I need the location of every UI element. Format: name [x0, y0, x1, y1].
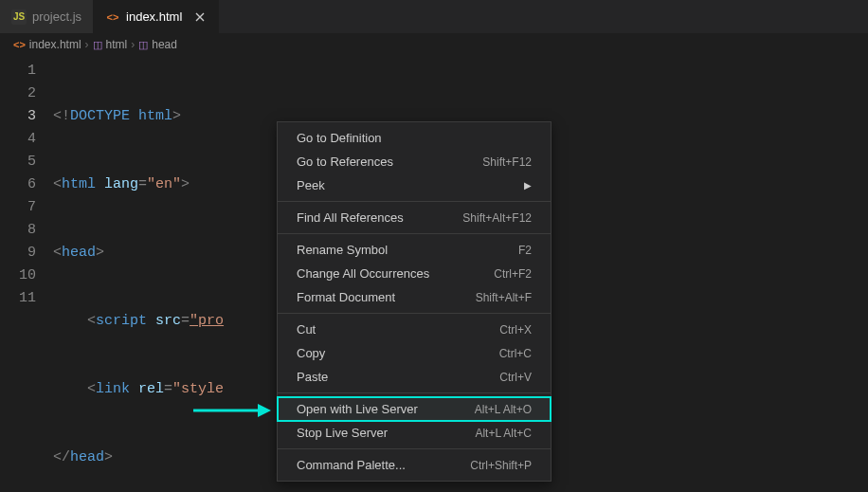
context-menu: Go to Definition Go to ReferencesShift+F… — [277, 121, 552, 482]
close-icon[interactable] — [193, 10, 207, 24]
menu-copy[interactable]: CopyCtrl+C — [278, 341, 551, 365]
breadcrumb[interactable]: <> index.html › ◫ html › ◫ head — [0, 33, 868, 56]
menu-separator — [278, 233, 551, 234]
js-file-icon: JS — [11, 9, 27, 25]
html-file-icon: <> — [105, 9, 120, 25]
chevron-right-icon: ▶ — [524, 180, 532, 191]
line-gutter: 1 2 3 4 5 6 7 8 9 10 11 — [0, 60, 53, 492]
menu-go-to-definition[interactable]: Go to Definition — [278, 126, 551, 150]
tab-bar: JS project.js <> index.html — [0, 0, 868, 33]
menu-go-to-references[interactable]: Go to ReferencesShift+F12 — [278, 150, 551, 173]
menu-stop-live-server[interactable]: Stop Live ServerAlt+L Alt+C — [278, 421, 551, 445]
chevron-right-icon: › — [85, 38, 89, 51]
tab-label: index.html — [126, 9, 182, 24]
menu-peek[interactable]: Peek▶ — [278, 173, 551, 197]
tab-project-js[interactable]: JS project.js — [0, 0, 94, 33]
menu-open-with-live-server[interactable]: Open with Live ServerAlt+L Alt+O — [278, 397, 551, 421]
menu-separator — [278, 392, 551, 393]
crumb-head[interactable]: ◫ head — [138, 38, 177, 51]
crumb-html[interactable]: ◫ html — [93, 38, 128, 51]
symbol-icon: ◫ — [93, 39, 102, 51]
menu-separator — [278, 313, 551, 314]
symbol-icon: ◫ — [138, 39, 148, 51]
menu-change-all-occurrences[interactable]: Change All OccurrencesCtrl+F2 — [278, 262, 551, 285]
menu-format-document[interactable]: Format DocumentShift+Alt+F — [278, 285, 551, 309]
chevron-right-icon: › — [131, 38, 135, 51]
menu-separator — [278, 448, 551, 449]
html-file-icon: <> — [13, 39, 26, 50]
menu-separator — [278, 201, 551, 202]
tab-label: project.js — [32, 9, 81, 24]
menu-cut[interactable]: CutCtrl+X — [278, 318, 551, 341]
menu-paste[interactable]: PasteCtrl+V — [278, 365, 551, 389]
tab-index-html[interactable]: <> index.html — [94, 0, 219, 33]
crumb-file[interactable]: <> index.html — [13, 38, 81, 51]
menu-command-palette[interactable]: Command Palette...Ctrl+Shift+P — [278, 453, 551, 477]
menu-rename-symbol[interactable]: Rename SymbolF2 — [278, 238, 551, 262]
menu-find-all-references[interactable]: Find All ReferencesShift+Alt+F12 — [278, 206, 551, 229]
